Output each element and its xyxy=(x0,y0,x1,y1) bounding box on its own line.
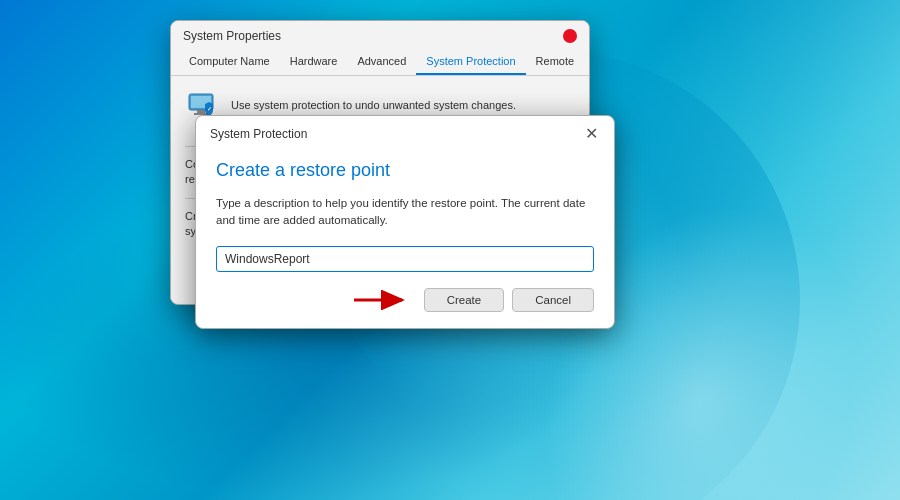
tab-computer-name[interactable]: Computer Name xyxy=(179,49,280,75)
system-properties-title: System Properties xyxy=(183,29,281,43)
dialog-description: Type a description to help you identify … xyxy=(216,195,594,230)
svg-text:✓: ✓ xyxy=(207,106,212,112)
dialog-create-button[interactable]: Create xyxy=(424,288,505,312)
tab-remote[interactable]: Remote xyxy=(526,49,585,75)
system-properties-titlebar: System Properties ✕ xyxy=(171,21,589,49)
protection-info-text: Use system protection to undo unwanted s… xyxy=(231,98,516,113)
svg-rect-2 xyxy=(197,110,205,113)
dialog-heading: Create a restore point xyxy=(216,160,594,181)
restore-point-input[interactable] xyxy=(216,246,594,272)
dialog-body: Create a restore point Type a descriptio… xyxy=(196,150,614,328)
system-protection-dialog: System Protection ✕ Create a restore poi… xyxy=(195,115,615,329)
dialog-button-row: Create Cancel xyxy=(216,288,594,312)
dialog-cancel-button[interactable]: Cancel xyxy=(512,288,594,312)
tab-hardware[interactable]: Hardware xyxy=(280,49,348,75)
dialog-title: System Protection xyxy=(210,127,307,141)
arrow-indicator xyxy=(216,290,416,310)
window-controls: ✕ xyxy=(563,29,577,43)
close-button[interactable]: ✕ xyxy=(563,29,577,43)
dialog-titlebar: System Protection ✕ xyxy=(196,116,614,150)
dialog-close-button[interactable]: ✕ xyxy=(583,126,600,142)
tab-system-protection[interactable]: System Protection xyxy=(416,49,525,75)
tab-advanced[interactable]: Advanced xyxy=(347,49,416,75)
tabs-bar: Computer Name Hardware Advanced System P… xyxy=(171,49,589,76)
red-arrow-icon xyxy=(352,290,412,310)
